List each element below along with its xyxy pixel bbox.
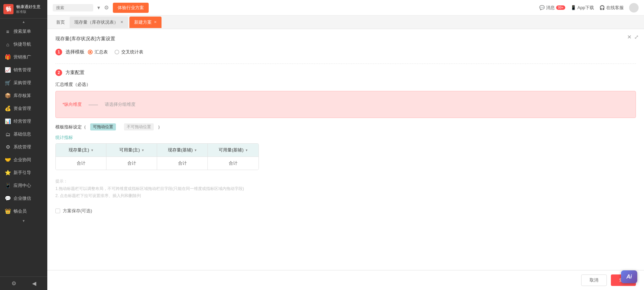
stats-col-2-label: 现存量(基辅) (168, 147, 193, 153)
tab-new-scheme[interactable]: 新建方案 ✕ (129, 17, 162, 28)
stats-col-1-label: 可用量(主) (119, 147, 140, 153)
sidebar-item-inventory[interactable]: 📦 库存核算 (0, 89, 47, 102)
experience-industry-button[interactable]: 体验行业方案 (113, 3, 149, 13)
sidebar-item-guide[interactable]: ⭐ 新手引导 (0, 166, 47, 179)
sidebar-item-enterprise[interactable]: 🤝 企业协同 (0, 153, 47, 166)
tips-item-0: 1.拖动标题栏可以调整布局，不可跨维度或指标区域拖动栏目字段(只能在同一维度或指… (55, 185, 636, 193)
online-service-label: 在线客服 (606, 5, 624, 11)
sidebar-item-label: 销售管理 (14, 67, 31, 73)
tab-home[interactable]: 首页 (53, 17, 68, 28)
stats-header-cell-3[interactable]: 可用量(基辅) ▾ (208, 144, 258, 156)
search-menu-icon: ≡ (5, 28, 11, 34)
app-download-label: App下载 (577, 5, 594, 11)
radio-summary-label: 汇总表 (95, 49, 108, 55)
sidebar-scroll-up[interactable]: ▲ (0, 19, 47, 25)
tab-inventory-close[interactable]: ✕ (120, 20, 123, 24)
radio-summary[interactable]: 汇总表 (88, 49, 108, 55)
sound-icon[interactable]: ◀ (32, 280, 36, 287)
topbar-left: ▾ ⚙ 体验行业方案 (53, 3, 149, 13)
save-checkbox[interactable] (55, 209, 60, 213)
message-item[interactable]: 💬 消息 99+ (539, 5, 565, 11)
section-2-header: 2 方案配置 (55, 69, 636, 76)
stats-header-cell-1[interactable]: 可用量(主) ▾ (106, 144, 157, 156)
sidebar-item-wechat[interactable]: 💬 企业微信 (0, 192, 47, 205)
tab-new-scheme-close[interactable]: ✕ (154, 20, 157, 24)
radio-cross[interactable]: 交叉统计表 (115, 49, 143, 55)
sidebar-item-label: 企业协同 (14, 157, 31, 163)
sidebar-logo: 畅 畅康通好生意 标准版 (0, 0, 47, 19)
guide-icon: ⭐ (5, 170, 11, 176)
sidebar: 畅 畅康通好生意 标准版 ▲ ≡ 搜索菜单 ⌂ 快捷导航 🎁 营销推广 📈 销售… (0, 0, 47, 290)
indicator-settings-label: 模板指标设定（ (55, 124, 86, 130)
section-1-title: 选择模板 (66, 49, 84, 55)
business-icon: 📊 (5, 118, 11, 124)
ai-badge[interactable]: Ai (621, 270, 637, 283)
stats-body-cell-0-2: 合计 (157, 157, 208, 170)
sidebar-item-app-center[interactable]: 📱 应用中心 (0, 179, 47, 192)
content-area: 现存量(库存状况表)方案设置 1 选择模板 汇总表 (47, 29, 644, 270)
content-header-controls: ✕ ⤢ (627, 34, 639, 40)
cancel-button[interactable]: 取消 (581, 274, 607, 286)
sidebar-item-search-menu[interactable]: ≡ 搜索菜单 (0, 25, 47, 38)
stats-col-3-dropdown-icon[interactable]: ▾ (246, 148, 248, 152)
app-download-icon: 📱 (571, 5, 576, 10)
topbar-gear-icon[interactable]: ⚙ (104, 4, 109, 11)
sidebar-item-label: 营销推广 (14, 54, 31, 60)
sidebar-item-sales[interactable]: 📈 销售管理 (0, 64, 47, 76)
sidebar-item-basic-info[interactable]: 🗂 基础信息 (0, 128, 47, 141)
stats-col-0-dropdown-icon[interactable]: ▾ (91, 148, 93, 152)
save-checkbox-area: 方案保存(可选) (55, 208, 636, 214)
radio-cross-circle (115, 50, 119, 54)
stats-col-3-label: 可用量(基辅) (219, 147, 244, 153)
enterprise-icon: 🤝 (5, 157, 11, 163)
tab-inventory-label: 现存量（库存状况表） (74, 19, 118, 25)
stats-header-cell-0[interactable]: 现存量(主) ▾ (56, 144, 106, 156)
sidebar-item-quick-nav[interactable]: ⌂ 快捷导航 (0, 38, 47, 51)
template-radio-group: 汇总表 交叉统计表 (88, 49, 143, 55)
indicator-not-draggable-badge: 不可拖动位置 (124, 123, 154, 130)
user-avatar[interactable] (629, 3, 639, 13)
topbar-right: 💬 消息 99+ 📱 App下载 🎧 在线客服 (539, 3, 639, 13)
member-icon: 👑 (5, 208, 11, 214)
stats-table-header: 现存量(主) ▾ 可用量(主) ▾ 现存量(基辅) ▾ (56, 144, 258, 156)
section-1-number: 1 (55, 49, 62, 55)
stats-header-cell-2[interactable]: 现存量(基辅) ▾ (157, 144, 208, 156)
message-label: 消息 (546, 5, 555, 11)
sidebar-item-system[interactable]: ⚙ 系统管理 (0, 141, 47, 153)
sidebar-item-business[interactable]: 📊 经营管理 (0, 115, 47, 128)
sidebar-item-member[interactable]: 👑 畅会员 (0, 205, 47, 218)
online-service-item[interactable]: 🎧 在线客服 (599, 5, 624, 11)
tabs-bar: 首页 现存量（库存状况表） ✕ 新建方案 ✕ (47, 16, 644, 29)
sidebar-item-purchase[interactable]: 🛒 采购管理 (0, 76, 47, 89)
online-service-icon: 🎧 (599, 5, 605, 10)
topbar-settings-icon[interactable]: ▾ (97, 4, 100, 11)
sidebar-item-label: 库存核算 (14, 93, 31, 99)
stats-section-label: 统计指标 (55, 135, 636, 141)
content-inner: 现存量(库存状况表)方案设置 1 选择模板 汇总表 (47, 29, 644, 270)
marketing-icon: 🎁 (5, 54, 11, 60)
expand-icon[interactable]: ⤢ (634, 34, 639, 40)
close-panel-icon[interactable]: ✕ (627, 34, 631, 40)
message-badge: 99+ (556, 5, 565, 10)
app-name: 畅康通好生意 标准版 (16, 4, 41, 14)
sidebar-item-label: 新手引导 (14, 170, 31, 176)
tab-inventory[interactable]: 现存量（库存状况表） ✕ (70, 17, 128, 28)
quick-nav-icon: ⌂ (5, 41, 11, 47)
tips-area: 提示： 1.拖动标题栏可以调整布局，不可跨维度或指标区域拖动栏目字段(只能在同一… (55, 178, 636, 200)
sidebar-scroll-down[interactable]: ▼ (0, 218, 47, 224)
dimension-placeholder[interactable]: 请选择分组维度 (105, 101, 135, 107)
stats-col-1-dropdown-icon[interactable]: ▾ (142, 148, 144, 152)
stats-col-2-dropdown-icon[interactable]: ▾ (195, 148, 197, 152)
message-icon: 💬 (539, 5, 545, 10)
sidebar-item-label: 经营管理 (14, 118, 31, 124)
app-download-item[interactable]: 📱 App下载 (571, 5, 594, 11)
sidebar-item-label: 系统管理 (14, 144, 31, 150)
sidebar-item-marketing[interactable]: 🎁 营销推广 (0, 51, 47, 64)
stats-body-cell-0-0: 合计 (56, 157, 106, 170)
stats-table: 现存量(主) ▾ 可用量(主) ▾ 现存量(基辅) ▾ (55, 143, 259, 170)
sidebar-item-finance[interactable]: 💰 资金管理 (0, 102, 47, 115)
settings-icon[interactable]: ⚙ (11, 280, 16, 287)
sidebar-item-label: 基础信息 (14, 131, 31, 137)
topbar-search-input[interactable] (53, 4, 93, 11)
section-2-number: 2 (55, 69, 62, 76)
